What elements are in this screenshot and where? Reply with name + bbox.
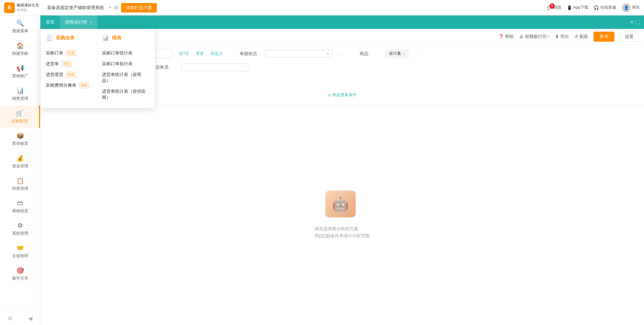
menu-inbound-stat-goods-label: 进货单统计表（按商品） bbox=[102, 72, 150, 84]
message-action[interactable]: 💬 9 消息 bbox=[547, 5, 562, 10]
system-title: 装备及固定资产辅助管理系统 bbox=[44, 5, 107, 11]
print-icon: 🖨 bbox=[519, 34, 524, 39]
date-more-link[interactable]: 更多 bbox=[196, 51, 204, 56]
sidebar-item-operation[interactable]: 📋 经营管理 bbox=[0, 173, 40, 196]
inbound-badge: 历史 bbox=[62, 61, 72, 67]
goods-label: 商品 bbox=[360, 51, 379, 57]
bill-status-dropdown-icon: ▾ bbox=[327, 52, 329, 55]
menu-purchase-order[interactable]: 采购订单 历史 bbox=[46, 48, 94, 58]
logo-sub: 标准版 bbox=[17, 8, 39, 12]
headset-icon: 🎧 bbox=[594, 5, 599, 10]
sidebar-label-purchase: 采购管理 bbox=[11, 118, 28, 124]
sidebar-label-guide: 新手引导 bbox=[12, 276, 28, 281]
header-right: 💬 9 消息 📱 App下载 🎧 在线客服 👤 用友 bbox=[547, 3, 640, 12]
box-icon: 📦 bbox=[16, 132, 24, 139]
user-avatar: 👤 bbox=[622, 3, 631, 12]
user-action[interactable]: 👤 用友 bbox=[622, 3, 640, 12]
report-icon: 📊 bbox=[102, 34, 109, 42]
search-icon: 🔍 bbox=[16, 19, 24, 27]
refresh-action[interactable]: ↺ 刷新 bbox=[574, 34, 588, 40]
sidebar-bottom: ⚙ ◀ bbox=[0, 312, 40, 325]
sidebar-item-finance[interactable]: 💰 资金管理 bbox=[0, 151, 40, 173]
sidebar-label-marketing: 营销推广 bbox=[12, 73, 28, 79]
sidebar-item-inventory[interactable]: 📦 库存核算 bbox=[0, 128, 40, 151]
home-icon: 🏠 bbox=[16, 42, 24, 49]
trial-button[interactable]: 体验行业方案 bbox=[121, 3, 157, 12]
app-label: App下载 bbox=[573, 5, 588, 10]
tab-expand-icon[interactable]: ⛶ bbox=[635, 19, 640, 25]
menu-inbound-label: 进货单 bbox=[46, 61, 59, 67]
help-action[interactable]: ❓ 帮助 bbox=[498, 34, 514, 40]
bill-status-select[interactable]: ▾ bbox=[265, 50, 332, 57]
refresh-icon: ↺ bbox=[574, 34, 578, 39]
database-icon: 🗃 bbox=[17, 200, 23, 207]
purchase-biz-title: 🧾 采购业务 bbox=[46, 34, 94, 44]
sidebar-item-purchase[interactable]: 🛒 采购管理 bbox=[0, 106, 40, 128]
online-action[interactable]: 🎧 在线客服 bbox=[594, 5, 616, 10]
help-label: 帮助 bbox=[505, 34, 514, 40]
print-action[interactable]: 🖨 按模板打印 ▾ bbox=[519, 34, 550, 40]
settings-icon[interactable]: ⚙ bbox=[114, 5, 118, 11]
sidebar-item-search[interactable]: 🔍 搜索菜单 bbox=[0, 15, 40, 38]
header-middle: 装备及固定资产辅助管理系统 ▾ ⚙ 体验行业方案 bbox=[44, 3, 547, 12]
money-icon: 💰 bbox=[16, 155, 24, 162]
goods-tag-close[interactable]: × bbox=[402, 52, 404, 56]
logo-text: 畅捷通好生意 bbox=[17, 3, 39, 7]
tab-sales-rank[interactable]: 销售排行榜 × bbox=[60, 15, 98, 29]
goods-dots[interactable]: ··· bbox=[415, 51, 419, 56]
tab-close-icon[interactable]: × bbox=[90, 20, 92, 25]
menu-inbound-return-label: 进货退货 bbox=[46, 72, 63, 78]
date-custom-link[interactable]: 自定义 bbox=[211, 51, 223, 56]
menu-inbound-stat-goods[interactable]: 进货单统计表（按商品） bbox=[102, 69, 150, 86]
tab-close-window-icon[interactable]: ✕ bbox=[630, 19, 634, 25]
menu-purchase-order-stat-label: 采购订单统计表 bbox=[102, 50, 133, 56]
date-preset-7days[interactable]: 近7天 bbox=[179, 51, 189, 56]
sidebar-item-basic[interactable]: 🗃 基础信息 bbox=[0, 196, 40, 218]
salesman-label: 业务员 bbox=[155, 64, 174, 70]
export-action[interactable]: ⬇ 导出 bbox=[555, 34, 569, 40]
report-title: 📊 报表 bbox=[102, 34, 150, 44]
tab-home[interactable]: 首页 bbox=[40, 15, 60, 29]
sidebar-item-quick[interactable]: 🏠 快捷导航 bbox=[0, 38, 40, 60]
online-label: 在线客服 bbox=[600, 5, 616, 10]
sidebar-item-cooperation[interactable]: 🤝 企业协同 bbox=[0, 240, 40, 263]
collapse-sidebar-icon[interactable]: ◀ bbox=[28, 315, 32, 322]
menu-purchase-order-stat[interactable]: 采购订单统计表 bbox=[102, 48, 150, 58]
tab-bar-right: ✕ ⛶ bbox=[626, 19, 644, 25]
purchase-expense-badge: 历史 bbox=[79, 82, 89, 88]
message-badge: 9 bbox=[549, 3, 555, 9]
sidebar-label-search: 搜索菜单 bbox=[12, 28, 28, 34]
cart-icon: 🛒 bbox=[16, 110, 23, 117]
bill-status-label: 单据状态 bbox=[240, 51, 258, 57]
query-button[interactable]: 查询 bbox=[594, 32, 614, 42]
menu-purchase-expense[interactable]: 采购费用分摊单 历史 bbox=[46, 80, 94, 91]
sidebar-item-guide[interactable]: 🎯 新手引导 bbox=[0, 263, 40, 285]
user-label: 用友 bbox=[632, 5, 640, 10]
settings-bottom-icon[interactable]: ⚙ bbox=[8, 315, 12, 322]
print-dropdown-icon[interactable]: ▾ bbox=[548, 35, 550, 38]
sidebar-item-system[interactable]: ⚙ 系统管理 bbox=[0, 218, 40, 240]
menu-inbound-return[interactable]: 进货退货 历史 bbox=[46, 69, 94, 80]
menu-inbound-stat-supplier[interactable]: 进货单统计表（按供应商） bbox=[102, 86, 150, 103]
goods-tag: 设计素 × bbox=[385, 49, 408, 58]
export-icon: ⬇ bbox=[555, 34, 559, 39]
export-label: 导出 bbox=[560, 34, 569, 40]
system-dropdown-icon[interactable]: ▾ bbox=[109, 5, 111, 10]
sidebar-item-sales[interactable]: 📊 销售管理 bbox=[0, 83, 40, 106]
empty-illustration: 🤖 bbox=[325, 191, 359, 221]
set-button[interactable]: 设置 bbox=[620, 32, 639, 42]
handshake-icon: 🤝 bbox=[16, 244, 24, 252]
empty-hint-1: 请先选择要分析的方案 用[过滤]条件来缩小分析范围 bbox=[315, 225, 369, 240]
logo-icon: 6 bbox=[4, 2, 15, 13]
collapse-icon: ∧ bbox=[328, 93, 331, 97]
salesman-select[interactable]: ··· bbox=[181, 64, 248, 71]
menu-purchase-order-exec[interactable]: 采购订单执行表 bbox=[102, 58, 150, 69]
empty-area: 🤖 请先选择要分析的方案 用[过滤]条件来缩小分析范围 bbox=[40, 106, 644, 325]
sidebar-label-sales: 销售管理 bbox=[12, 96, 28, 101]
app-action[interactable]: 📱 App下载 bbox=[567, 5, 588, 10]
bill-status-dots[interactable]: ··· bbox=[339, 51, 343, 56]
sidebar-item-marketing[interactable]: 📢 营销推广 bbox=[0, 60, 40, 83]
report-col: 📊 报表 采购订单统计表 采购订单执行表 进货单统计表（按商品） 进货单统计表（… bbox=[102, 34, 150, 103]
menu-inbound[interactable]: 进货单 历史 bbox=[46, 58, 94, 69]
sidebar-label-basic: 基础信息 bbox=[12, 208, 28, 214]
